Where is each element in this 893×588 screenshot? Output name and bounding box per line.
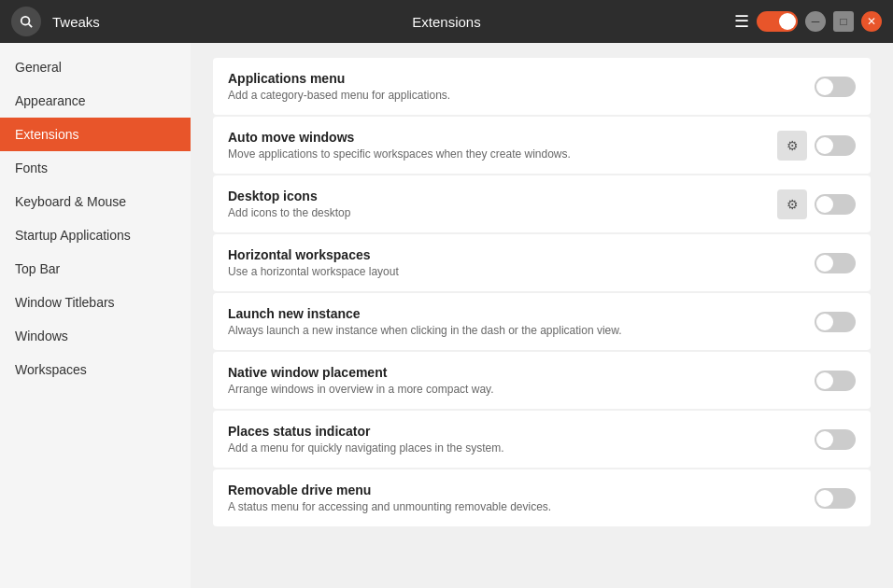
extension-actions-native-window-placement — [815, 371, 856, 391]
extension-info-removable-drive-menu: Removable drive menuA status menu for ac… — [228, 483, 815, 513]
content-area: Applications menuAdd a category-based me… — [191, 43, 893, 588]
toggle-removable-drive-menu[interactable] — [815, 488, 856, 509]
extension-desc-removable-drive-menu: A status menu for accessing and unmounti… — [228, 500, 815, 513]
svg-point-0 — [21, 17, 30, 25]
extension-desc-desktop-icons: Add icons to the desktop — [228, 206, 777, 219]
toggle-knob-auto-move-windows — [816, 137, 833, 154]
sidebar: GeneralAppearanceExtensionsFontsKeyboard… — [0, 43, 191, 588]
extension-item-applications-menu: Applications menuAdd a category-based me… — [213, 58, 871, 115]
toggle-desktop-icons[interactable] — [815, 194, 856, 215]
extension-info-places-status-indicator: Places status indicatorAdd a menu for qu… — [228, 424, 815, 455]
extension-title-applications-menu: Applications menu — [228, 71, 815, 86]
extension-item-removable-drive-menu: Removable drive menuA status menu for ac… — [213, 469, 871, 526]
toggle-native-window-placement[interactable] — [815, 371, 856, 391]
extension-title-removable-drive-menu: Removable drive menu — [228, 483, 815, 497]
extension-actions-removable-drive-menu — [815, 488, 856, 509]
app-title: Tweaks — [52, 14, 719, 30]
toggle-knob-places-status-indicator — [816, 431, 833, 448]
settings-button-desktop-icons[interactable]: ⚙ — [777, 189, 807, 219]
sidebar-item-windows[interactable]: Windows — [0, 319, 191, 353]
extension-title-desktop-icons: Desktop icons — [228, 189, 777, 203]
sidebar-item-general[interactable]: General — [0, 50, 191, 84]
menu-button[interactable]: ☰ — [727, 7, 757, 36]
extension-desc-places-status-indicator: Add a menu for quickly navigating places… — [228, 441, 815, 455]
sidebar-item-startup-applications[interactable]: Startup Applications — [0, 218, 191, 252]
extension-title-auto-move-windows: Auto move windows — [228, 130, 777, 145]
toggle-knob-desktop-icons — [816, 196, 833, 213]
toggle-knob-horizontal-workspaces — [816, 255, 833, 272]
extension-item-places-status-indicator: Places status indicatorAdd a menu for qu… — [213, 411, 871, 468]
extension-title-launch-new-instance: Launch new instance — [228, 306, 815, 321]
extension-actions-launch-new-instance — [815, 312, 856, 332]
extension-actions-places-status-indicator — [815, 429, 856, 450]
extension-actions-auto-move-windows: ⚙ — [777, 131, 856, 161]
extension-item-native-window-placement: Native window placementArrange windows i… — [213, 352, 871, 409]
window-controls: Extensions ─ □ ✕ — [757, 11, 882, 32]
svg-line-1 — [29, 24, 33, 28]
extension-item-desktop-icons: Desktop iconsAdd icons to the desktop⚙ — [213, 175, 871, 232]
search-button[interactable] — [11, 7, 41, 36]
page-title: Extensions — [412, 14, 480, 30]
maximize-button[interactable]: □ — [833, 11, 854, 32]
toggle-knob-launch-new-instance — [816, 314, 833, 330]
toggle-applications-menu[interactable] — [815, 77, 856, 97]
extension-actions-desktop-icons: ⚙ — [777, 189, 856, 219]
toggle-knob — [779, 13, 796, 30]
extension-item-horizontal-workspaces: Horizontal workspacesUse a horizontal wo… — [213, 234, 871, 291]
toggle-horizontal-workspaces[interactable] — [815, 253, 856, 273]
extension-desc-auto-move-windows: Move applications to specific workspaces… — [228, 147, 777, 161]
settings-button-auto-move-windows[interactable]: ⚙ — [777, 131, 807, 161]
extension-info-launch-new-instance: Launch new instanceAlways launch a new i… — [228, 306, 815, 337]
toggle-launch-new-instance[interactable] — [815, 312, 856, 332]
extension-actions-applications-menu — [815, 77, 856, 97]
close-button[interactable]: ✕ — [861, 11, 882, 32]
toggle-knob-native-window-placement — [816, 372, 833, 389]
main-layout: GeneralAppearanceExtensionsFontsKeyboard… — [0, 43, 893, 588]
extension-item-launch-new-instance: Launch new instanceAlways launch a new i… — [213, 293, 871, 350]
sidebar-item-workspaces[interactable]: Workspaces — [0, 353, 191, 386]
extension-title-native-window-placement: Native window placement — [228, 365, 815, 380]
extension-desc-native-window-placement: Arrange windows in overview in a more co… — [228, 383, 815, 396]
extension-info-horizontal-workspaces: Horizontal workspacesUse a horizontal wo… — [228, 247, 815, 278]
extension-desc-launch-new-instance: Always launch a new instance when clicki… — [228, 324, 815, 337]
extension-title-horizontal-workspaces: Horizontal workspaces — [228, 247, 815, 262]
toggle-places-status-indicator[interactable] — [815, 429, 856, 450]
sidebar-item-extensions[interactable]: Extensions — [0, 118, 191, 151]
extension-info-native-window-placement: Native window placementArrange windows i… — [228, 365, 815, 396]
extension-item-auto-move-windows: Auto move windowsMove applications to sp… — [213, 117, 871, 174]
extension-desc-horizontal-workspaces: Use a horizontal workspace layout — [228, 265, 815, 278]
toggle-knob-applications-menu — [816, 78, 833, 95]
extension-info-auto-move-windows: Auto move windowsMove applications to sp… — [228, 130, 777, 161]
sidebar-item-keyboard-mouse[interactable]: Keyboard & Mouse — [0, 185, 191, 218]
sidebar-item-window-titlebars[interactable]: Window Titlebars — [0, 286, 191, 319]
sidebar-item-fonts[interactable]: Fonts — [0, 151, 191, 185]
toggle-knob-removable-drive-menu — [816, 490, 833, 507]
extension-title-places-status-indicator: Places status indicator — [228, 424, 815, 439]
hamburger-icon: ☰ — [734, 11, 749, 32]
sidebar-item-appearance[interactable]: Appearance — [0, 84, 191, 118]
global-toggle[interactable] — [757, 11, 798, 32]
extension-actions-horizontal-workspaces — [815, 253, 856, 273]
extension-desc-applications-menu: Add a category-based menu for applicatio… — [228, 89, 815, 102]
minimize-button[interactable]: ─ — [805, 11, 826, 32]
toggle-auto-move-windows[interactable] — [815, 135, 856, 156]
extension-info-applications-menu: Applications menuAdd a category-based me… — [228, 71, 815, 102]
sidebar-item-top-bar[interactable]: Top Bar — [0, 252, 191, 286]
titlebar: Tweaks ☰ Extensions ─ □ ✕ — [0, 0, 893, 43]
extension-info-desktop-icons: Desktop iconsAdd icons to the desktop — [228, 189, 777, 219]
